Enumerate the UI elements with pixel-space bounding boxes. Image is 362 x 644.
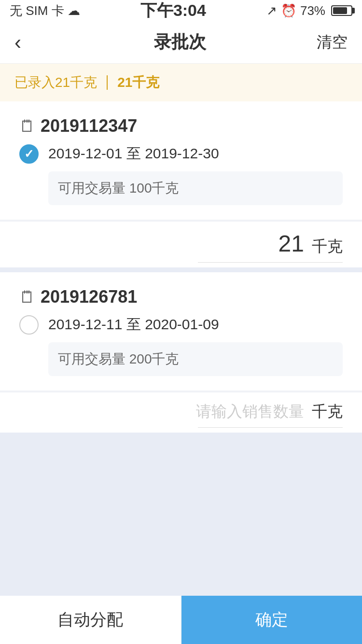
batch1-available: 可用交易量 100千克: [48, 171, 343, 205]
batch2-card: 🗒 2019126781 2019-12-11 至 2020-01-09 可用交…: [0, 272, 362, 391]
auto-distribute-button[interactable]: 自动分配: [0, 596, 181, 644]
battery-percent: 73%: [300, 3, 325, 18]
batch1-quantity-container: 21 千克: [0, 222, 362, 267]
batch2-input-placeholder: 请输入销售数量: [196, 401, 304, 422]
batch2-input-container: 请输入销售数量 千克: [0, 392, 362, 433]
summary-value: 21千克: [117, 73, 159, 92]
back-button[interactable]: ‹: [14, 31, 43, 54]
page-title: 录批次: [154, 30, 206, 54]
nav-bar: ‹ 录批次 清空: [0, 21, 362, 64]
batch2-number: 2019126781: [41, 287, 137, 307]
summary-banner: 已录入21千克 21千克: [0, 64, 362, 101]
status-left: 无 SIM 卡 ☁: [10, 2, 80, 19]
batch1-quantity-unit: 千克: [312, 236, 343, 257]
location-icon: ↗: [266, 3, 277, 18]
confirm-button[interactable]: 确定: [181, 596, 362, 644]
alarm-icon: ⏰: [281, 3, 296, 18]
batch1-header: 🗒 2019112347: [19, 116, 343, 136]
section-divider: [0, 267, 362, 272]
batch2-icon: 🗒: [19, 288, 36, 307]
batch1-number: 2019112347: [41, 116, 137, 136]
battery-icon: [331, 5, 352, 16]
sim-label: 无 SIM 卡 ☁: [10, 2, 80, 19]
status-time: 下午3:04: [140, 0, 206, 22]
batch1-date: 2019-12-01 至 2019-12-30: [48, 144, 219, 164]
batch1-card: 🗒 2019112347 2019-12-01 至 2019-12-30 可用交…: [0, 101, 362, 220]
batch1-icon: 🗒: [19, 117, 36, 136]
summary-label: 已录入21千克: [14, 73, 97, 92]
batch2-date-row: 2019-12-11 至 2020-01-09: [19, 315, 343, 335]
batch2-available: 可用交易量 200千克: [48, 342, 343, 376]
batch1-date-row: 2019-12-01 至 2019-12-30: [19, 144, 343, 164]
batch2-input-unit: 千克: [312, 401, 343, 422]
batch1-radio[interactable]: [19, 144, 39, 164]
batch2-radio[interactable]: [19, 315, 39, 335]
summary-divider: [107, 75, 108, 90]
bottom-bar: 自动分配 确定: [0, 596, 362, 644]
batch1-quantity-value: 21: [278, 230, 304, 257]
status-bar: 无 SIM 卡 ☁ 下午3:04 ↗ ⏰ 73%: [0, 0, 362, 21]
batch2-date: 2019-12-11 至 2020-01-09: [48, 315, 219, 335]
status-right: ↗ ⏰ 73%: [266, 3, 352, 18]
batch2-header: 🗒 2019126781: [19, 287, 343, 307]
clear-button[interactable]: 清空: [317, 32, 348, 53]
